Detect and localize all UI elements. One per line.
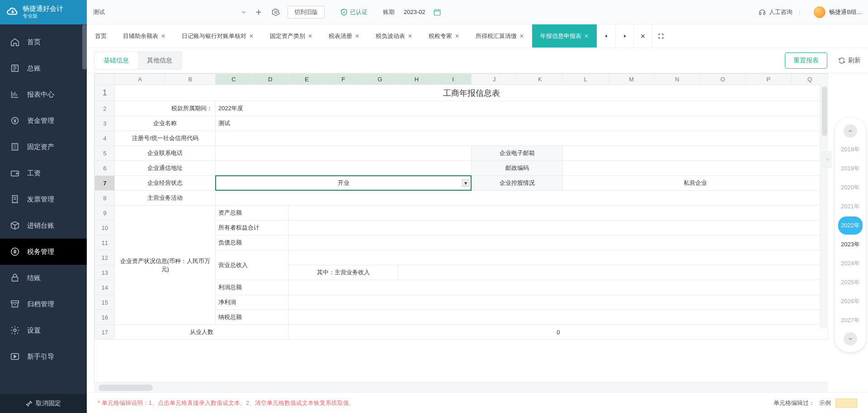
tab-aux-balance[interactable]: 目辅助余额表✕ [115, 24, 174, 47]
year-item[interactable]: 2021年 [838, 197, 863, 216]
nav-invoice[interactable]: 发票管理 [0, 186, 87, 212]
year-item[interactable]: 2019年 [838, 160, 863, 178]
row-header[interactable]: 13 [95, 265, 115, 280]
row-header[interactable]: 12 [95, 250, 115, 265]
tab-journal-bank[interactable]: 日记账与银行对账单核对✕ [174, 24, 262, 47]
row-header[interactable]: 15 [95, 295, 115, 310]
tab-home[interactable]: 首页 [87, 24, 115, 47]
col-header[interactable]: M [609, 74, 654, 85]
close-icon[interactable]: ✕ [519, 33, 524, 39]
tab-income-tax[interactable]: 所得税汇算清缴✕ [467, 24, 532, 47]
col-header[interactable]: H [398, 74, 435, 85]
vertical-scrollbar[interactable] [820, 84, 828, 329]
year-item[interactable]: 2023年 [838, 235, 863, 253]
year-down-button[interactable] [844, 332, 857, 346]
cell-value[interactable] [215, 161, 471, 176]
add-button[interactable] [253, 7, 264, 18]
row-header[interactable]: 1 [95, 85, 115, 101]
col-header[interactable]: I [435, 74, 472, 85]
mini-tab-basic[interactable]: 基础信息 [94, 52, 138, 69]
year-item[interactable]: 2026年 [838, 292, 863, 310]
nav-fixed-assets[interactable]: 固定资产 [0, 134, 87, 160]
tab-tax-book[interactable]: 税表清册✕ [321, 24, 368, 47]
row-header[interactable]: 3 [95, 116, 115, 131]
col-header[interactable]: Q [791, 74, 828, 85]
col-header[interactable]: K [517, 74, 563, 85]
nav-ledger[interactable]: 总账 [0, 55, 87, 81]
tab-annual-report[interactable]: 年报信息申报表✕ [532, 24, 597, 47]
settings-button[interactable] [270, 7, 281, 18]
close-icon[interactable]: ✕ [308, 33, 312, 39]
year-item[interactable]: 2020年 [838, 178, 863, 197]
col-header[interactable]: F [325, 74, 362, 85]
unpin-button[interactable]: 取消固定 [0, 394, 87, 413]
row-header[interactable]: 10 [95, 221, 115, 235]
cell-value[interactable] [563, 161, 828, 176]
row-header[interactable]: 9 [95, 206, 115, 221]
col-header[interactable]: P [745, 74, 791, 85]
col-header[interactable]: J [472, 74, 517, 85]
nav-home[interactable]: 首页 [0, 29, 87, 55]
business-status-dropdown[interactable]: 开业▼ [215, 176, 471, 191]
row-header[interactable]: 16 [95, 310, 115, 325]
col-header[interactable]: A [115, 74, 165, 85]
tabs-fullscreen-button[interactable] [651, 24, 670, 47]
tabs-next-button[interactable] [615, 24, 633, 47]
old-version-button[interactable]: 切到旧版 [288, 6, 325, 19]
select-all-cell[interactable] [95, 74, 115, 85]
year-item[interactable]: 2025年 [838, 273, 863, 291]
year-item[interactable]: 2018年 [838, 141, 863, 159]
col-header[interactable]: E [288, 74, 325, 85]
nav-archive[interactable]: 归档管理 [0, 291, 87, 317]
year-item-active[interactable]: 2022年 [838, 216, 863, 235]
user-menu[interactable]: 畅捷通B组... [814, 6, 862, 18]
cell-value[interactable] [288, 221, 828, 235]
rail-collapse-button[interactable] [823, 151, 832, 168]
cell-value[interactable]: 测试 [215, 116, 828, 131]
nav-inventory[interactable]: 进销台账 [0, 212, 87, 239]
account-selector[interactable]: 测试 [93, 6, 247, 18]
tab-fa-category[interactable]: 固定资产类别✕ [262, 24, 321, 47]
nav-funds[interactable]: 资金管理 [0, 108, 87, 134]
cell-value[interactable]: 0 [288, 325, 828, 340]
tab-tax-expert[interactable]: 税检专家✕ [420, 24, 467, 47]
close-icon[interactable]: ✕ [584, 33, 589, 39]
tabs-close-all-button[interactable] [633, 24, 651, 47]
col-header[interactable]: N [654, 74, 700, 85]
row-header[interactable]: 4 [95, 131, 115, 146]
col-header[interactable]: O [700, 74, 745, 85]
row-header[interactable]: 17 [95, 325, 115, 340]
cell-value[interactable]: 私营企业 [563, 176, 828, 191]
cell-value[interactable] [288, 250, 828, 265]
close-icon[interactable]: ✕ [455, 33, 459, 39]
scrollbar-thumb[interactable] [99, 385, 153, 391]
cell-value[interactable] [563, 146, 828, 161]
cell-value[interactable] [215, 131, 828, 146]
col-header[interactable]: G [362, 74, 398, 85]
nav-settings[interactable]: 设置 [0, 317, 87, 343]
close-icon[interactable]: ✕ [161, 33, 165, 39]
mini-tab-other[interactable]: 其他信息 [138, 52, 181, 69]
scrollbar-thumb[interactable] [822, 86, 827, 136]
nav-salary[interactable]: 工资 [0, 160, 87, 186]
spreadsheet[interactable]: A B C D E F G H I J K L [94, 73, 828, 382]
tab-tax-fluct[interactable]: 税负波动表✕ [368, 24, 420, 47]
sidebar-scrollbar[interactable] [82, 24, 87, 70]
close-icon[interactable]: ✕ [355, 33, 359, 39]
cell-value[interactable] [288, 280, 828, 295]
cell-value[interactable] [288, 206, 828, 221]
calendar-button[interactable] [432, 7, 443, 18]
dropdown-arrow-icon[interactable]: ▼ [462, 179, 469, 187]
reset-report-button[interactable]: 重置报表 [785, 52, 827, 69]
close-icon[interactable]: ✕ [249, 33, 254, 39]
row-header[interactable]: 14 [95, 280, 115, 295]
cell-value[interactable] [288, 235, 828, 250]
row-header[interactable]: 6 [95, 161, 115, 176]
cell-value[interactable] [288, 295, 828, 310]
row-header[interactable]: 8 [95, 191, 115, 206]
cell-value[interactable] [398, 265, 828, 280]
col-header[interactable]: D [252, 74, 288, 85]
cell-value[interactable] [215, 191, 828, 206]
nav-tax[interactable]: 税务管理 [0, 239, 87, 265]
col-header[interactable]: C [215, 74, 252, 85]
